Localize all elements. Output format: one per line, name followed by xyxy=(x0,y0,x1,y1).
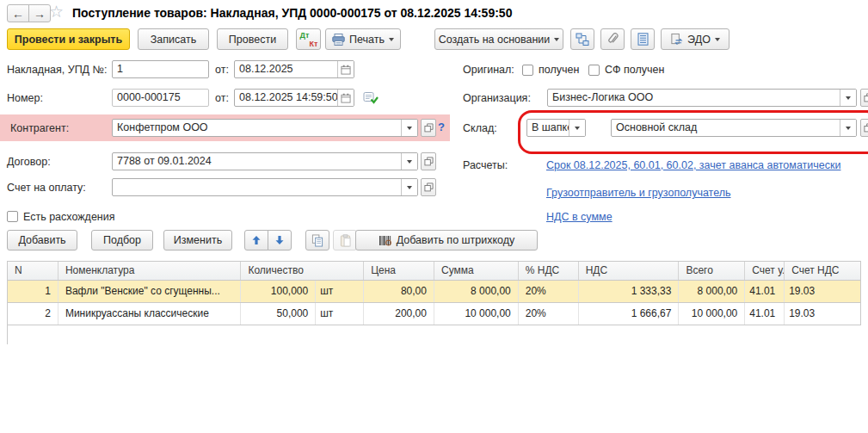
document-window: ← → ☆ Поступление товаров: Накладная, УП… xyxy=(0,0,868,433)
dropdown-button[interactable] xyxy=(401,179,417,195)
copy-icon xyxy=(311,234,323,247)
chevron-down-icon xyxy=(715,38,720,41)
dropdown-button[interactable] xyxy=(401,120,417,136)
doc-no-input[interactable]: 1 xyxy=(112,60,209,78)
consignor-link[interactable]: Грузоотправитель и грузополучатель xyxy=(546,186,731,200)
dropdown-button[interactable] xyxy=(569,120,585,136)
move-up-button[interactable] xyxy=(244,230,268,251)
related-documents-icon xyxy=(576,33,589,46)
items-table-header: N Номенклатура Количество Цена Сумма % Н… xyxy=(7,261,861,281)
paperclip-icon xyxy=(606,33,619,46)
chevron-down-icon xyxy=(575,127,580,130)
chevron-down-icon xyxy=(846,127,851,130)
settlements-label: Расчеты: xyxy=(463,158,508,172)
add-by-barcode-button[interactable]: Добавить по штрихкоду xyxy=(355,230,538,251)
create-based-on-button[interactable]: Создать на основании xyxy=(434,28,563,50)
discrepancies-label: Есть расхождения xyxy=(23,210,115,224)
col-header-amount[interactable]: Сумма xyxy=(434,262,519,280)
write-button[interactable]: Записать xyxy=(138,28,209,50)
post-button[interactable]: Провести xyxy=(217,28,288,50)
number-date-input[interactable]: 08.12.2025 14:59:50 xyxy=(234,89,354,107)
paste-rows-button[interactable] xyxy=(333,230,357,251)
attachments-button[interactable] xyxy=(600,28,625,50)
payment-invoice-label: Счет на оплату: xyxy=(7,181,86,195)
col-header-price[interactable]: Цена xyxy=(364,262,434,280)
print-button[interactable]: Печать xyxy=(325,28,401,50)
organization-open-button[interactable] xyxy=(860,89,868,107)
dt-kt-icon: Дт Кт xyxy=(300,32,317,47)
favorite-star-icon[interactable]: ☆ xyxy=(49,2,64,22)
settlements-link[interactable]: Срок 08.12.2025, 60.01, 60.02, зачет ава… xyxy=(546,158,840,172)
organization-input[interactable]: Бизнес-Логика ООО xyxy=(547,89,857,107)
calendar-icon[interactable] xyxy=(337,90,354,106)
chevron-down-icon xyxy=(389,38,394,41)
doc-no-label: Накладная, УПД №: xyxy=(7,63,107,77)
auto-number-check-icon[interactable] xyxy=(363,90,379,105)
payment-invoice-open-button[interactable] xyxy=(421,178,436,196)
col-header-account[interactable]: Счет у... xyxy=(745,262,785,280)
items-table: N Номенклатура Количество Цена Сумма % Н… xyxy=(7,261,861,325)
counterparty-open-button[interactable] xyxy=(421,119,436,137)
edit-row-button[interactable]: Изменить xyxy=(163,230,232,251)
dropdown-button[interactable] xyxy=(840,90,856,106)
discrepancies-checkbox[interactable] xyxy=(7,211,18,222)
printer-icon xyxy=(332,34,345,46)
table-row[interactable]: 1 Вафли "Венские" со сгущенны... 100,000… xyxy=(7,281,861,303)
notes-button[interactable] xyxy=(631,28,655,50)
move-down-button[interactable] xyxy=(268,230,292,251)
sf-received-checkbox[interactable] xyxy=(588,65,600,76)
warehouse-input[interactable]: Основной склад xyxy=(611,119,857,137)
back-icon: ← xyxy=(12,7,24,21)
chevron-down-icon xyxy=(846,96,851,100)
chevron-down-icon xyxy=(407,127,412,130)
col-header-vat-account[interactable]: Счет НДС xyxy=(785,262,860,280)
post-and-close-button[interactable]: Провести и закрыть xyxy=(7,28,130,50)
chevron-down-icon xyxy=(554,38,559,41)
open-form-icon xyxy=(424,123,434,133)
dropdown-button[interactable] xyxy=(840,120,856,136)
col-header-qty[interactable]: Количество xyxy=(241,262,364,280)
original-received-label: получен xyxy=(539,63,579,77)
doc-date-input[interactable]: 08.12.2025 xyxy=(234,60,354,78)
barcode-icon xyxy=(379,235,392,246)
open-form-icon xyxy=(424,182,434,192)
open-form-icon xyxy=(864,123,868,133)
table-left-border xyxy=(7,325,9,344)
counterparty-label: Контрагент: xyxy=(10,121,69,135)
copy-rows-button[interactable] xyxy=(305,230,329,251)
chevron-down-icon xyxy=(407,160,412,164)
calendar-icon[interactable] xyxy=(337,61,354,77)
edo-button[interactable]: ЭДО xyxy=(661,28,729,50)
counterparty-help-button[interactable]: ? xyxy=(438,121,445,133)
back-button[interactable]: ← xyxy=(7,4,29,22)
pick-button[interactable]: Подбор xyxy=(91,230,153,251)
table-row[interactable]: 2 Миникруассаны классические 50,000 шт 2… xyxy=(7,303,861,325)
paste-icon xyxy=(340,234,351,247)
original-received-checkbox[interactable] xyxy=(522,65,533,76)
col-header-vat-rate[interactable]: % НДС xyxy=(519,262,579,280)
payment-invoice-input[interactable] xyxy=(112,178,418,196)
number-label: Номер: xyxy=(7,91,43,105)
warehouse-open-button[interactable] xyxy=(860,119,868,137)
edo-icon xyxy=(670,33,683,46)
col-header-n[interactable]: N xyxy=(8,262,58,280)
warehouse-label: Склад: xyxy=(463,121,497,135)
warehouse-mode-select[interactable]: В шапке xyxy=(526,119,586,137)
contract-input[interactable]: 7788 от 09.01.2024 xyxy=(112,152,418,170)
col-header-vat[interactable]: НДС xyxy=(579,262,680,280)
col-header-item[interactable]: Номенклатура xyxy=(58,262,242,280)
dropdown-button[interactable] xyxy=(401,153,417,170)
related-documents-button[interactable] xyxy=(570,28,594,50)
vat-in-amount-link[interactable]: НДС в сумме xyxy=(546,210,613,224)
contract-open-button[interactable] xyxy=(421,152,436,170)
page-title: Поступление товаров: Накладная, УПД 0000… xyxy=(72,6,512,20)
arrow-down-icon xyxy=(274,235,285,245)
dt-kt-button[interactable]: Дт Кт xyxy=(296,28,321,50)
chevron-down-icon xyxy=(407,186,412,189)
number-input[interactable]: 0000-000175 xyxy=(112,89,209,107)
forward-button[interactable]: → xyxy=(28,4,51,22)
col-header-total[interactable]: Всего xyxy=(679,262,745,280)
add-row-button[interactable]: Добавить xyxy=(7,230,77,251)
counterparty-input[interactable]: Конфетпром ООО xyxy=(112,119,418,137)
forward-icon: → xyxy=(34,7,46,21)
